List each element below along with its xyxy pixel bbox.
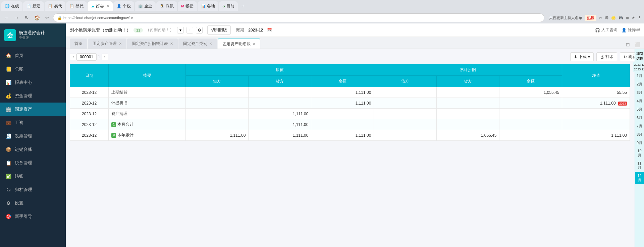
settings-company-btn[interactable]: ⚙ bbox=[196, 27, 203, 34]
tab-favicon-8: 🐧 bbox=[160, 4, 164, 8]
month-9[interactable]: 9月 bbox=[635, 139, 644, 147]
month-10[interactable]: 10月 bbox=[635, 147, 644, 160]
game-btn[interactable]: 🎮 bbox=[619, 16, 623, 20]
tab-label-3: 易代 bbox=[54, 3, 62, 9]
table-row: 2023-12 合 本月合计 1,111.00 bbox=[70, 119, 630, 130]
cell-orig-balance-2 bbox=[311, 109, 374, 119]
cell-date-3: 2023-12 bbox=[70, 119, 109, 130]
bookmark-button[interactable]: ☆ bbox=[43, 14, 51, 22]
cell-accum-credit-4: 1,055.45 bbox=[437, 130, 499, 141]
grid-btn[interactable]: ⊞ bbox=[626, 16, 629, 20]
company-name: 刘小艳演示账套（勿删勿动！） bbox=[70, 27, 131, 33]
cell-orig-balance-4: 1,111.00 bbox=[311, 130, 374, 141]
tab-close-fixed-assets-detail[interactable]: ✕ bbox=[253, 42, 256, 46]
month-3[interactable]: 3月 bbox=[635, 88, 644, 97]
month-4[interactable]: 4月 bbox=[635, 97, 644, 105]
fixed-assets-table: 日期 摘要 原值 累计折旧 净值 借方 贷方 余额 借方 贷方 余额 bbox=[70, 64, 630, 141]
service-btn[interactable]: 🎧 人工咨询 bbox=[595, 27, 618, 33]
sidebar-item-tax[interactable]: 📋 税务管理 bbox=[0, 156, 66, 170]
sidebar-label-ledger: 总账 bbox=[15, 66, 23, 72]
download-label: 下载 bbox=[579, 54, 587, 60]
maximize-btn[interactable]: ⬜ bbox=[633, 41, 641, 49]
back-button[interactable]: ← bbox=[3, 14, 11, 22]
cell-date-0: 2023-12 bbox=[70, 87, 109, 98]
user-btn[interactable]: 👤 徐泽华 bbox=[622, 27, 640, 33]
restore-btn[interactable]: ⊡ bbox=[624, 41, 632, 49]
add-company-btn[interactable]: + bbox=[186, 27, 193, 34]
sidebar-item-settings[interactable]: ⚙ 设置 bbox=[0, 196, 66, 210]
tab-label-4: 易代 bbox=[75, 3, 84, 9]
month-11[interactable]: 11月 bbox=[635, 160, 644, 172]
wages-icon: 💼 bbox=[5, 120, 11, 126]
sidebar-item-guide[interactable]: 🎯 新手引导 bbox=[0, 210, 66, 223]
browser-tab-3[interactable]: 📋 易代 bbox=[45, 1, 65, 11]
sidebar-item-home[interactable]: 🏠 首页 bbox=[0, 49, 66, 62]
sidebar-item-wages[interactable]: 💼 工资 bbox=[0, 116, 66, 129]
address-input[interactable]: 🔒 https://cloud.chanjet.com/accounting/u… bbox=[53, 13, 544, 22]
sidebar-item-fixed-assets[interactable]: 🏢 固定资产 bbox=[0, 103, 66, 116]
switch-version-btn[interactable]: 切到旧版 bbox=[207, 25, 231, 35]
cell-orig-credit-1 bbox=[249, 98, 311, 109]
tab-close-fixed-assets-depr[interactable]: ✕ bbox=[170, 42, 173, 46]
right-panel: 期间选择 2023.12 2023.12 1月 2月 3月 4月 5月 6月 7… bbox=[635, 49, 644, 247]
company-count: 11 bbox=[133, 28, 143, 33]
tab-fixed-assets-cat[interactable]: 固定资产类别 ✕ bbox=[178, 39, 217, 49]
tab-close-fixed-assets-cat[interactable]: ✕ bbox=[209, 42, 212, 46]
brightness-btn[interactable]: ☀ bbox=[632, 16, 635, 20]
browser-tab-2[interactable]: 📄 新建 bbox=[23, 1, 44, 11]
home-button[interactable]: 🏠 bbox=[33, 14, 41, 22]
sidebar-item-ledger[interactable]: 📒 总账 bbox=[0, 62, 66, 76]
browser-tab-7[interactable]: 🏢 企业 bbox=[135, 1, 156, 11]
hot-search-btn[interactable]: 热搜 bbox=[585, 15, 596, 21]
sidebar-item-invoice[interactable]: 🧾 发票管理 bbox=[0, 129, 66, 143]
more-btn[interactable]: ⋮ bbox=[638, 16, 641, 20]
next-page-btn[interactable]: › bbox=[102, 54, 108, 60]
month-7[interactable]: 7月 bbox=[635, 122, 644, 130]
reload-button[interactable]: ↻ bbox=[23, 14, 31, 22]
month-6[interactable]: 6月 bbox=[635, 114, 644, 122]
cell-accum-credit-2 bbox=[437, 109, 499, 119]
browser-tab-5[interactable]: ☁ 好会 ✕ bbox=[88, 1, 113, 11]
browser-tab-10[interactable]: 📊 各地 bbox=[198, 1, 218, 11]
table-header: 日期 摘要 原值 累计折旧 净值 借方 贷方 余额 借方 贷方 余额 bbox=[70, 64, 630, 87]
logo-info: 畅捷通好会计 专业版 bbox=[19, 30, 45, 41]
browser-tab-1[interactable]: 🌐 在线 bbox=[1, 1, 22, 11]
tab-fixed-assets-mgmt[interactable]: 固定资产管理 ✕ bbox=[88, 39, 126, 49]
browser-tab-9[interactable]: M 畅捷 bbox=[178, 1, 197, 11]
month-12[interactable]: 12月 bbox=[635, 172, 644, 184]
tab-fixed-assets-detail[interactable]: 固定资产明细账 ✕ bbox=[218, 39, 260, 49]
browser-tab-6[interactable]: 👤 个税 bbox=[113, 1, 134, 11]
dropdown-btn[interactable]: ▾ bbox=[177, 27, 184, 34]
month-1[interactable]: 1月 bbox=[635, 72, 644, 80]
tab-home-label: 首页 bbox=[74, 41, 83, 47]
translate-btn[interactable]: 译 bbox=[605, 15, 608, 20]
reports-icon: 📊 bbox=[5, 79, 11, 85]
sidebar-item-archive[interactable]: 🗂 归档管理 bbox=[0, 183, 66, 196]
tab-home[interactable]: 首页 bbox=[70, 39, 87, 49]
browser-tab-4[interactable]: 📋 易代 bbox=[66, 1, 87, 11]
month-8[interactable]: 8月 bbox=[635, 130, 644, 139]
page-input[interactable] bbox=[76, 53, 97, 61]
new-tab-button[interactable]: + bbox=[238, 1, 248, 11]
browser-tab-8[interactable]: 🐧 腾讯 bbox=[156, 1, 177, 11]
print-btn[interactable]: 🖨 打印 bbox=[596, 52, 617, 61]
month-2[interactable]: 2月 bbox=[635, 80, 644, 88]
sidebar-item-reports[interactable]: 📊 报表中心 bbox=[0, 76, 66, 89]
tab-close-5[interactable]: ✕ bbox=[107, 4, 109, 8]
sidebar-item-inventory[interactable]: 📦 进销台账 bbox=[0, 143, 66, 156]
browser-tab-11[interactable]: S 目前 bbox=[219, 1, 237, 11]
month-5[interactable]: 5月 bbox=[635, 105, 644, 114]
th-orig-balance: 余额 bbox=[311, 76, 374, 87]
sidebar-logo: 会 畅捷通好会计 专业版 bbox=[0, 23, 66, 47]
download-btn[interactable]: ⬇ 下载 ▾ bbox=[570, 52, 594, 61]
prev-page-btn[interactable]: ‹ bbox=[70, 54, 76, 60]
star-btn[interactable]: 🌟 bbox=[611, 16, 616, 20]
main-content: 刘小艳演示账套（勿删勿动！） 11 （勿删勿动！） ▾ + ⚙ 切到旧版 账期 … bbox=[66, 23, 644, 247]
tab-close-fixed-assets-mgmt[interactable]: ✕ bbox=[119, 42, 122, 46]
scissors-btn[interactable]: ✂ bbox=[599, 16, 602, 20]
sidebar-item-closing[interactable]: ✅ 结账 bbox=[0, 170, 66, 183]
calendar-icon[interactable]: 📅 bbox=[267, 28, 272, 33]
tab-fixed-assets-depr[interactable]: 固定资产折旧统计表 ✕ bbox=[127, 39, 178, 49]
sidebar-item-funds[interactable]: 💰 资金管理 bbox=[0, 89, 66, 103]
forward-button[interactable]: → bbox=[13, 14, 21, 22]
